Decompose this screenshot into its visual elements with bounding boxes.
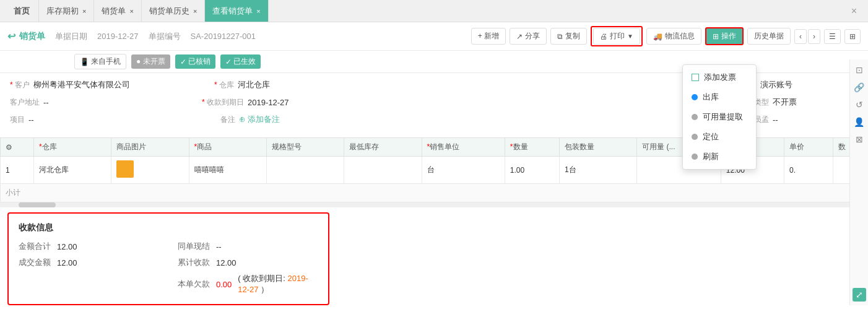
not-open-button[interactable]: ● 未开票 — [131, 54, 170, 69]
out-stock-icon — [692, 94, 698, 100]
next-button[interactable]: › — [808, 29, 820, 44]
cell-pack-qty: 1台 — [559, 157, 636, 184]
confirm-button[interactable]: ✓ 已核销 — [175, 54, 215, 69]
col-pack-qty: 包装数量 — [559, 138, 636, 157]
project-field: 项目 -- — [10, 115, 134, 125]
new-button[interactable]: + 新增 — [471, 28, 506, 45]
print-dropdown-arrow[interactable]: ▼ — [627, 33, 633, 40]
copy-icon: ⧉ — [557, 32, 563, 41]
deal-amount-row: 成交金额 12.00 — [19, 257, 159, 268]
effective-button[interactable]: ✓ 已生效 — [220, 54, 261, 69]
invoice-type-value: 不开票 — [773, 97, 797, 108]
address-field: 客户地址 -- — [10, 97, 134, 108]
total-amount-row: 金额合计 12.00 — [19, 241, 159, 252]
col-min-stock: 最低库存 — [344, 138, 422, 157]
product-image — [116, 160, 134, 178]
sidebar-icon-2[interactable]: 🔗 — [853, 80, 866, 94]
col-warehouse: *仓库 — [33, 138, 111, 157]
logistics-button[interactable]: 🚚 物流信息 — [646, 28, 701, 45]
col-settings[interactable]: ⚙ — [1, 138, 34, 157]
note-field: 备注 ⊕ 添加备注 — [220, 114, 344, 125]
tab-sales-order-close[interactable]: × — [129, 7, 133, 15]
tab-home[interactable]: 首页 — [5, 0, 39, 22]
tab-sales-order[interactable]: 销货单 × — [94, 0, 141, 22]
effective-icon: ✓ — [225, 58, 232, 66]
nav-arrows: ‹ › — [794, 29, 820, 44]
cell-unit: 台 — [422, 157, 505, 184]
date-label: 单据日期 — [55, 31, 87, 42]
payment-info-section: 收款信息 金额合计 12.00 同单现结 -- 成交金额 12.00 累计收款 … — [7, 212, 329, 305]
op-button[interactable]: ⊞ 操作 — [705, 27, 744, 45]
payment-date-label: 收款到期日 — [202, 97, 244, 108]
cell-price: 0. — [784, 157, 833, 184]
op-icon: ⊞ — [713, 32, 719, 41]
sidebar-icon-5[interactable]: ⊠ — [853, 132, 866, 146]
horizontal-scrollbar[interactable] — [0, 202, 868, 207]
owed-value: 0.00 — [216, 280, 232, 289]
payment-date-value: 2019-12-27 — [248, 98, 289, 107]
dropdown-out-stock[interactable]: 出库 — [683, 87, 756, 107]
add-note-button[interactable]: ⊕ 添加备注 — [239, 114, 280, 125]
total-amount-label: 金额合计 — [19, 241, 51, 252]
sidebar-icon-1[interactable]: ⊡ — [853, 63, 866, 77]
tab-inventory-init-close[interactable]: × — [82, 7, 86, 15]
prev-button[interactable]: ‹ — [794, 29, 807, 44]
owed-note: ( 收款到期日: 2019-12-27 ） — [238, 273, 318, 295]
share-icon: ↗ — [516, 32, 523, 41]
no-value: SA-20191227-001 — [191, 32, 256, 41]
col-product: *商品 — [189, 138, 266, 157]
print-button[interactable]: 🖨 打印 ▼ — [593, 28, 640, 45]
cumulative-row: 累计收款 12.00 — [178, 257, 318, 268]
logistics-icon: 🚚 — [653, 32, 662, 41]
scrollbar-thumb[interactable] — [19, 202, 56, 207]
doc-info: 单据日期 2019-12-27 单据编号 SA-20191227-001 — [55, 31, 256, 42]
tab-inventory-init[interactable]: 库存期初 × — [39, 0, 94, 22]
col-unit: *销售单位 — [422, 138, 505, 157]
no-label: 单据编号 — [149, 31, 181, 42]
sidebar-icon-4[interactable]: 👤 — [853, 115, 866, 129]
warehouse-value: 河北仓库 — [238, 79, 270, 90]
deal-amount-value: 12.00 — [57, 258, 77, 267]
table-subtotal-row: 小计 — [1, 184, 868, 202]
total-amount-value: 12.00 — [57, 242, 77, 251]
cell-product-img — [111, 157, 189, 184]
grid-view-button[interactable]: ⊞ — [844, 29, 861, 44]
payment-date-field: 收款到期日 2019-12-27 — [202, 97, 326, 108]
add-invoice-icon — [692, 74, 699, 81]
sidebar-icon-3[interactable]: ↺ — [853, 98, 866, 111]
doc-type-label: ↩ 销货单 — [7, 30, 45, 42]
tab-view-sales-close[interactable]: × — [256, 7, 260, 15]
warehouse-field: 仓库 河北仓库 — [214, 79, 338, 90]
dropdown-add-invoice[interactable]: 添加发票 — [683, 67, 756, 87]
print-icon: 🖨 — [600, 32, 607, 41]
print-highlight-box: 🖨 打印 ▼ — [591, 26, 643, 46]
main-toolbar: ↩ 销货单 单据日期 2019-12-27 单据编号 SA-20191227-0… — [0, 22, 868, 51]
col-sku: 规格型号 — [266, 138, 344, 157]
dropdown-refresh[interactable]: 刷新 — [683, 147, 756, 167]
window-close-button[interactable]: × — [845, 6, 863, 17]
tab-sales-history-close[interactable]: × — [193, 7, 197, 15]
share-button[interactable]: ↗ 分享 — [510, 28, 547, 45]
project-label: 项目 — [10, 115, 25, 125]
same-order-row: 同单现结 -- — [178, 241, 318, 252]
deal-amount-label: 成交金额 — [19, 257, 51, 268]
mobile-button[interactable]: 📱 来自手机 — [74, 54, 126, 69]
dropdown-locate[interactable]: 定位 — [683, 127, 756, 147]
not-open-icon: ● — [136, 57, 141, 66]
tab-view-sales[interactable]: 查看销货单 × — [205, 0, 268, 22]
customer-field: 客户 柳州粤港平安气体有限公司 — [10, 79, 134, 90]
cell-sku — [266, 157, 344, 184]
history-button[interactable]: 历史单据 — [747, 28, 791, 45]
tab-sales-history[interactable]: 销货单历史 × — [142, 0, 205, 22]
sidebar-icon-expand[interactable]: ⤢ — [853, 288, 866, 302]
copy-button[interactable]: ⧉ 复制 — [550, 28, 587, 45]
payment-info-grid: 金额合计 12.00 同单现结 -- 成交金额 12.00 累计收款 12.00… — [19, 241, 318, 295]
toolbar-right: + 新增 ↗ 分享 ⧉ 复制 🖨 打印 ▼ 🚚 — [471, 26, 861, 46]
dropdown-available-qty[interactable]: 可用量提取 — [683, 107, 756, 127]
cell-qty: 1.00 — [505, 157, 559, 184]
add-icon: ⊕ — [239, 115, 245, 124]
mobile-icon: 📱 — [80, 58, 89, 66]
locate-icon — [692, 134, 698, 140]
customer-value: 柳州粤港平安气体有限公司 — [33, 79, 130, 90]
list-view-button[interactable]: ☰ — [824, 29, 841, 44]
